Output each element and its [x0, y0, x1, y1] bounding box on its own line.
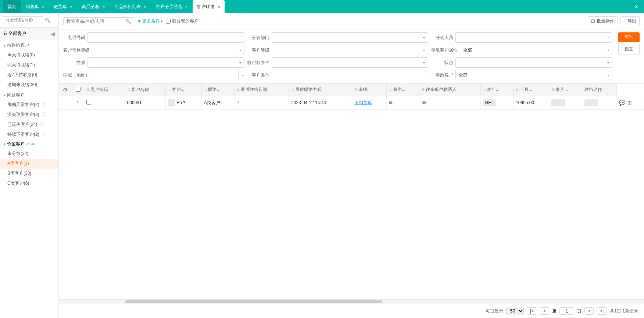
value-group-edit-icon[interactable]: ✏	[31, 142, 35, 147]
filter-panel: 电话号码 分管部门 ▾ 分管人员	[59, 29, 644, 84]
table-settings-icon[interactable]: ⚙	[63, 87, 68, 93]
toolbar-search-box: 🔍	[63, 17, 134, 25]
value-group-refresh-icon[interactable]: ↺	[26, 142, 30, 147]
prev-page-btn[interactable]: <	[540, 307, 549, 315]
filter-status-select[interactable]: ▾	[455, 57, 612, 68]
nav-tab-sales[interactable]: 销售单 ×	[21, 0, 49, 13]
filter-payment-select[interactable]: ▾	[272, 57, 429, 68]
filter-payment: 收付款条件 ▾	[247, 57, 429, 68]
sidebar-search-icon[interactable]: 🔍	[45, 18, 50, 23]
select-all-checkbox[interactable]	[76, 87, 80, 92]
pagination: 每页显示 50 |< < 第 页 > >| 共1页 1条记录	[59, 304, 644, 318]
row-unit-contacts-cell: RE .	[480, 96, 513, 110]
filter-phone-input[interactable]	[87, 32, 244, 43]
table-container: ⚙ ⇅ 客户编码 ⇅	[59, 84, 644, 299]
window-close-btn[interactable]: ×	[631, 3, 641, 11]
filter-region-input[interactable]	[92, 70, 239, 80]
filter-manager-dots[interactable]: ···	[605, 35, 609, 40]
toolbar-search-icon[interactable]: 🔍	[125, 19, 131, 24]
row-checkbox-0[interactable]	[86, 100, 91, 105]
filter-nature-arrow: ▾	[239, 61, 241, 65]
nav-tab-home[interactable]: 首页	[3, 0, 21, 13]
product-list-tab-close[interactable]: ×	[144, 4, 146, 9]
chat-icon[interactable]: 💬	[619, 100, 625, 106]
toolbar-search-input[interactable]	[67, 19, 125, 24]
last-method-link[interactable]: 下销货单	[354, 100, 372, 105]
filter-nature-select[interactable]: ▾	[87, 57, 244, 68]
page-size-select[interactable]: 50	[506, 307, 524, 315]
table-header-row: ⚙ ⇅ 客户编码 ⇅	[59, 84, 644, 96]
sidebar-item-ungrouped[interactable]: 未分组(32)	[0, 149, 58, 159]
qr-icon[interactable]: ⊞	[627, 100, 632, 106]
settings-btn[interactable]: 设置	[618, 44, 640, 54]
sidebar-item-churn-warning[interactable]: 流失预警客户(3) ⓘ	[0, 110, 58, 120]
sidebar-item-hoarding-abnormal[interactable]: 囤购异常客户(2) ⓘ	[0, 100, 58, 110]
sales-tab-close[interactable]: ×	[42, 4, 44, 9]
sidebar-item-churned[interactable]: 已流失客户(24) ⓘ	[0, 120, 58, 130]
first-page-btn[interactable]: |<	[527, 307, 537, 315]
sidebar-group-value-header: ▾ 价值客户 ↺ ✏	[0, 139, 58, 149]
horizontal-scrollbar[interactable]	[59, 299, 644, 304]
nav-tab-product-list[interactable]: 商品分析列表 ×	[110, 0, 150, 13]
nav-tab-product-analysis[interactable]: 商品分析 ×	[78, 0, 109, 13]
filter-dept-select[interactable]: ▾	[272, 32, 429, 43]
filter-customer-type: 客户类型	[247, 70, 429, 80]
col-name-sort: ⇅	[127, 88, 130, 92]
batch-op-btn[interactable]: ☑ 批量操作	[588, 16, 618, 26]
sidebar-collapse-btn[interactable]: ◀	[51, 31, 55, 37]
filter-customer-type-select[interactable]	[272, 70, 429, 80]
col-code-sort: ⇅	[86, 88, 89, 92]
sidebar-item-7days-pending[interactable]: 近7天待联络(0)	[0, 70, 58, 80]
sidebar-item-class-c[interactable]: C类客户(6)	[0, 179, 58, 188]
filter-retail-customer-select[interactable]: 全部 ▾	[455, 70, 612, 80]
col-overdue-sort: ⇅	[389, 88, 392, 92]
my-customer-checkbox-area[interactable]: 我分管的客户	[166, 18, 198, 24]
sidebar-item-overdue-pending[interactable]: 逾期未联络(30)	[0, 80, 58, 90]
filter-region-dots[interactable]: ···	[241, 73, 244, 78]
sidebar-search-input[interactable]	[3, 16, 43, 24]
sidebar-item-class-b[interactable]: B类客户(33)	[0, 169, 58, 179]
row-level-cell: A类客户	[201, 96, 234, 110]
more-filter-btn[interactable]: ▼ 更多条件 ▾	[137, 18, 163, 24]
customer-contact-tab-close[interactable]: ×	[218, 4, 220, 9]
sidebar-item-class-a[interactable]: A类客户(1)	[0, 159, 58, 169]
filter-retail-customer: 零散客户 全部 ▾	[431, 70, 612, 80]
filter-row-4: 区域（地区） ··· 客户类型 零散客户	[63, 70, 612, 80]
filter-phone: 电话号码	[63, 32, 244, 43]
next-page-btn[interactable]: >	[584, 307, 594, 315]
nav-tab-purchase[interactable]: 进货单 ×	[49, 0, 76, 13]
page-label-prefix: 第	[552, 308, 557, 314]
col-unit-sort: ⇅	[422, 88, 425, 92]
sidebar-all-customers-title[interactable]: ⠿ 全部客户	[4, 31, 26, 37]
filter-status: 状态 ▾	[431, 57, 612, 68]
filter-price-level-select[interactable]: ▾	[92, 45, 244, 55]
col-header-last-date: ⇅ 最后联络日期	[235, 84, 289, 96]
sidebar-item-declining[interactable]: 持续下滑客户(2) ⓘ	[0, 130, 58, 139]
customer-segment-tab-close[interactable]: ×	[185, 4, 187, 9]
top-nav: 首页 销售单 × 进货单 × 商品分析 × 商品分析列表 × 客户分层经营 × …	[0, 0, 644, 13]
current-page-input[interactable]	[559, 307, 574, 315]
row-actions-area: 💬 ⊞	[619, 100, 641, 106]
nav-tab-customer-contact[interactable]: 客户联络 ×	[193, 0, 224, 13]
table-row: 1 000031 Ea？	[59, 96, 644, 110]
purchase-tab-close[interactable]: ×	[70, 4, 72, 9]
filter-customer-level-select[interactable]: ▾	[272, 45, 429, 55]
my-customer-checkbox[interactable]	[166, 19, 171, 24]
filter-payment-label: 收付款条件	[247, 60, 269, 66]
last-page-btn[interactable]: >|	[597, 307, 607, 315]
info-icon-4: ⓘ	[42, 132, 46, 137]
product-analysis-tab-close[interactable]: ×	[103, 4, 105, 9]
filter-manager-select[interactable]: ···	[455, 32, 612, 43]
filter-retail-attr-select[interactable]: 全部 ▾	[460, 45, 612, 55]
scrollbar-thumb[interactable]	[125, 300, 382, 303]
col-header-this-month: ⇅ 本月...	[549, 84, 582, 96]
export-btn[interactable]: ↑ 导出	[620, 16, 640, 26]
query-btn[interactable]: 查询	[618, 32, 640, 42]
sidebar-item-today-pending[interactable]: 今天待联络(0)	[0, 50, 58, 60]
sidebar-item-tomorrow-pending[interactable]: 明天待联络(1)	[0, 60, 58, 70]
home-label: 首页	[7, 4, 16, 10]
row-this-year-cell: 10995.00	[514, 96, 549, 110]
export-icon: ↑	[624, 19, 626, 24]
col-header-check	[72, 84, 84, 96]
nav-tab-customer-segment[interactable]: 客户分层经营 ×	[151, 0, 192, 13]
